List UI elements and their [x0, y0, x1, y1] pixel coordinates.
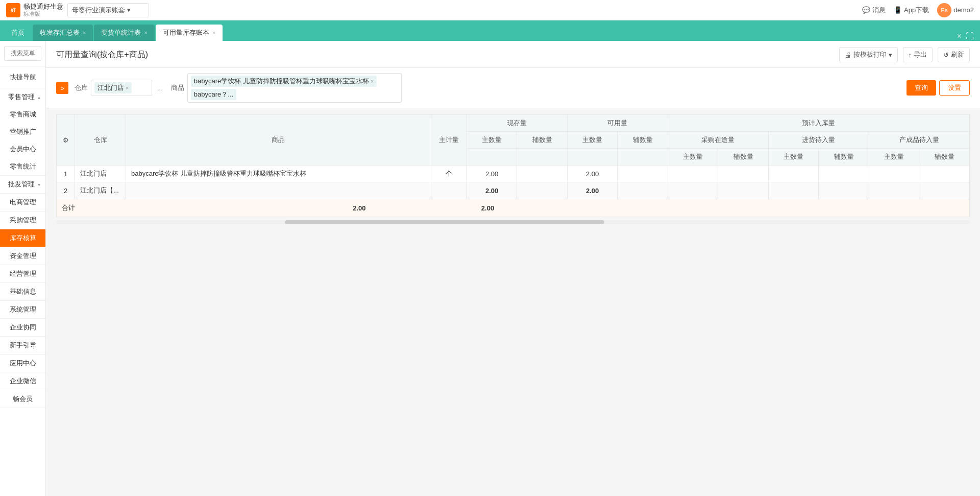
sidebar-vip-label: 畅会员	[5, 394, 40, 404]
warehouse-ellipsis[interactable]: ...	[155, 84, 165, 92]
sidebar-marketing-label: 营销推广	[5, 127, 40, 136]
export-btn[interactable]: ↑ 导出	[903, 47, 933, 62]
filter-actions: 查询 设置	[906, 80, 970, 96]
row1-seq: 1	[57, 166, 75, 182]
row2-purchase-sub	[718, 182, 769, 199]
refresh-btn[interactable]: ↺ 刷新	[938, 47, 970, 62]
th-unit: 主计量	[431, 115, 467, 166]
sidebar-item-quick-nav[interactable]: 快捷导航	[0, 69, 45, 85]
row1-avail-main: 2.00	[567, 166, 618, 182]
query-btn[interactable]: 查询	[906, 80, 936, 96]
refresh-label: 刷新	[951, 50, 964, 59]
row1-warehouse: 江北门店	[75, 166, 126, 182]
row1-production-main	[869, 166, 919, 182]
top-bar-right: 💬 消息 📱 App下载 Ea demo2	[862, 3, 974, 17]
top-bar-left: 好 畅捷通好生意 标准版 母婴行业演示账套 ▾	[6, 3, 149, 17]
row2-incoming-sub	[819, 182, 869, 199]
sidebar-item-marketing[interactable]: 营销推广	[0, 123, 45, 140]
print-btn[interactable]: 🖨 按模板打印 ▾	[839, 47, 898, 62]
sidebar-system-label: 系统管理	[5, 305, 40, 314]
th-incoming-main: 主数量	[768, 149, 819, 166]
product-tag-2: babycare？...	[191, 89, 236, 100]
user-area[interactable]: Ea demo2	[937, 3, 974, 17]
footer-incoming-sub	[777, 204, 841, 212]
sidebar-quick-nav-label: 快捷导航	[10, 73, 36, 82]
footer-incoming-main	[713, 204, 777, 212]
tab-receipts-close[interactable]: ×	[83, 30, 86, 36]
avatar: Ea	[937, 3, 951, 17]
sidebar-item-vip[interactable]: 畅会员	[0, 390, 45, 408]
sidebar-item-retail-shop[interactable]: 零售商城	[0, 106, 45, 123]
th-inbound-forecast: 预计入库量	[668, 115, 969, 132]
sidebar-item-retail-stats[interactable]: 零售统计	[0, 158, 45, 175]
logo-icon: 好	[6, 3, 20, 17]
page-header: 可用量查询(按仓库+商品) 🖨 按模板打印 ▾ ↑ 导出 ↺ 刷新	[46, 41, 980, 68]
footer-avail-sub	[520, 204, 584, 212]
warehouse-tags[interactable]: 江北门店 ×	[91, 80, 152, 96]
warehouse-tag-close[interactable]: ×	[126, 85, 129, 91]
scroll-bar[interactable]	[56, 220, 970, 224]
sidebar-item-inventory[interactable]: 库存核算	[0, 229, 45, 247]
tab-order-stats-close[interactable]: ×	[144, 30, 147, 36]
sidebar-item-system[interactable]: 系统管理	[0, 301, 45, 318]
print-icon: 🖨	[845, 51, 851, 59]
scroll-thumb	[285, 220, 605, 224]
sidebar-item-finance[interactable]: 资金管理	[0, 247, 45, 265]
warehouse-filter: 仓库 江北门店 × ...	[75, 80, 165, 96]
tab-home-label: 首页	[11, 28, 24, 37]
th-incoming-sub: 辅数量	[819, 149, 869, 166]
download-label: App下载	[904, 6, 929, 15]
row1-production-sub	[919, 166, 970, 182]
sidebar-item-enterprise[interactable]: 企业协同	[0, 319, 45, 336]
sidebar-item-wholesale[interactable]: 批发管理 ▾	[0, 176, 45, 193]
th-gear[interactable]: ⚙	[57, 115, 75, 166]
sidebar-section-inventory: 库存核算	[0, 229, 45, 247]
sidebar-finance-label: 资金管理	[5, 251, 40, 261]
print-label: 按模板打印	[853, 50, 887, 59]
th-incoming: 进货待入量	[768, 132, 869, 149]
warehouse-label: 仓库	[75, 83, 88, 92]
tab-order-stats[interactable]: 要货单统计表 ×	[94, 25, 154, 41]
product-tags[interactable]: babycare学饮杯 儿童防摔防撞吸管杯重力球吸嘴杯宝宝水杯 × babyca…	[187, 73, 402, 103]
sidebar-item-member[interactable]: 会员中心	[0, 140, 45, 158]
tab-available-stock-close[interactable]: ×	[212, 30, 215, 36]
sidebar-item-basic[interactable]: 基础信息	[0, 283, 45, 300]
search-menu-btn[interactable]: 搜索菜单	[4, 46, 41, 61]
tab-expand-icon[interactable]: ⛶	[966, 32, 974, 41]
table-row: 1 江北门店 babycare学饮杯 儿童防摔防撞吸管杯重力球吸嘴杯宝宝水杯 个…	[57, 166, 970, 182]
tab-receipts[interactable]: 收发存汇总表 ×	[33, 25, 93, 41]
sidebar-wholesale-label: 批发管理	[5, 180, 38, 189]
sidebar-item-operations[interactable]: 经营管理	[0, 265, 45, 282]
row1-incoming-main	[768, 166, 819, 182]
footer-production-sub	[905, 204, 969, 212]
message-btn[interactable]: 💬 消息	[862, 6, 886, 15]
product-tag-1-close[interactable]: ×	[371, 78, 374, 84]
download-btn[interactable]: 📱 App下载	[894, 6, 929, 15]
settings-btn[interactable]: 设置	[939, 80, 970, 96]
export-label: 导出	[914, 50, 927, 59]
sidebar-item-ecommerce[interactable]: 电商管理	[0, 194, 45, 211]
product-filter: 商品 babycare学饮杯 儿童防摔防撞吸管杯重力球吸嘴杯宝宝水杯 × bab…	[171, 73, 402, 103]
warehouse-tag: 江北门店 ×	[94, 82, 132, 93]
tab-home[interactable]: 首页	[4, 25, 32, 41]
tab-available-stock[interactable]: 可用量库存账本 ×	[156, 25, 223, 41]
sidebar-item-wecom[interactable]: 企业微信	[0, 372, 45, 390]
print-chevron-icon: ▾	[889, 51, 892, 59]
sidebar-retail-stats-label: 零售统计	[5, 162, 40, 171]
sidebar-item-guide[interactable]: 新手引导	[0, 337, 45, 354]
download-icon: 📱	[894, 6, 902, 14]
footer-purchase-sub	[648, 204, 713, 212]
sidebar-item-apps[interactable]: 应用中心	[0, 355, 45, 372]
tab-close-all-icon[interactable]: ×	[957, 32, 962, 41]
row2-purchase-main	[668, 182, 718, 199]
sidebar-section-operations: 经营管理	[0, 265, 45, 283]
th-avail-sub2	[618, 149, 668, 166]
sidebar-item-purchase[interactable]: 采购管理	[0, 211, 45, 229]
industry-select[interactable]: 母婴行业演示账套 ▾	[67, 3, 149, 17]
expand-btn[interactable]: »	[56, 82, 68, 94]
sidebar-item-retail[interactable]: 零售管理 ▴	[0, 88, 45, 106]
sidebar-member-label: 会员中心	[5, 145, 40, 154]
sidebar-purchase-label: 采购管理	[5, 216, 40, 225]
page-actions: 🖨 按模板打印 ▾ ↑ 导出 ↺ 刷新	[839, 47, 970, 62]
table-container: ⚙ 仓库 商品 主计量 现存量 可用量 预计入库量 主数量 辅数量 主数量 辅数…	[46, 108, 980, 496]
